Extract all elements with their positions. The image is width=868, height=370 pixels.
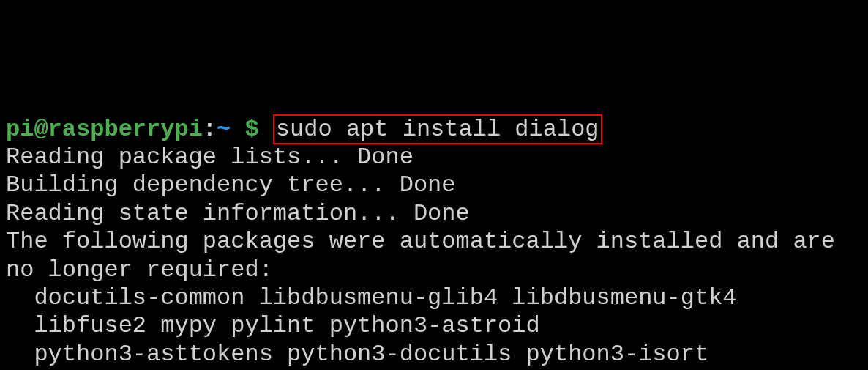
prompt-colon: :: [203, 116, 217, 143]
prompt-dollar: $: [231, 116, 273, 143]
package-list-line: docutils-common libdbusmenu-glib4 libdbu…: [6, 284, 862, 312]
terminal-output[interactable]: pi@raspberrypi:~ $ sudo apt install dial…: [6, 116, 862, 370]
output-reading-state: Reading state information... Done: [6, 200, 470, 227]
output-building-tree: Building dependency tree... Done: [6, 171, 456, 199]
prompt-user-host: pi@raspberrypi: [6, 116, 203, 143]
prompt-path: ~: [217, 116, 231, 143]
command-text: sudo apt install dialog: [276, 116, 599, 143]
output-reading-packages: Reading package lists... Done: [6, 144, 414, 171]
output-auto-installed-msg: The following packages were automaticall…: [6, 228, 849, 283]
package-list-line: python3-asttokens python3-docutils pytho…: [6, 341, 862, 369]
command-highlight-box: sudo apt install dialog: [273, 114, 602, 144]
package-list-line: libfuse2 mypy pylint python3-astroid: [6, 312, 862, 340]
